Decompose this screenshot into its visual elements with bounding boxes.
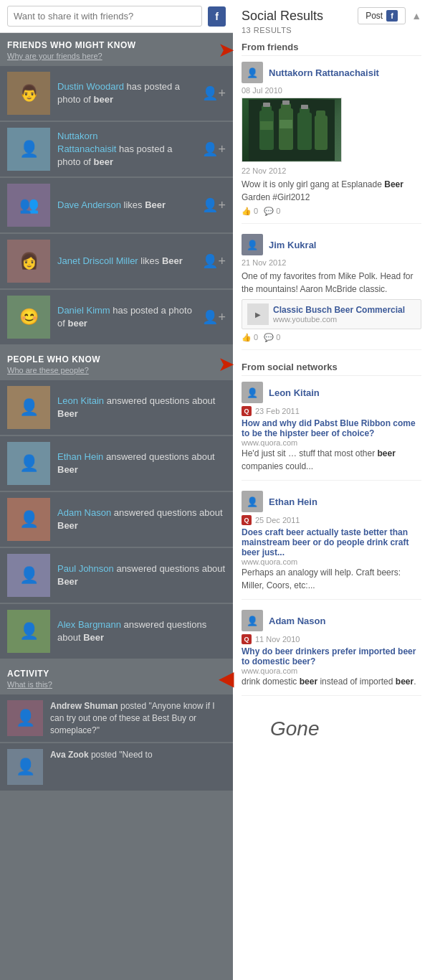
link-url-jim: www.youtube.com [273, 315, 405, 324]
likes-nuttakorn: 👍 0 [242, 207, 258, 216]
name-janet[interactable]: Janet Driscoll Miller [57, 255, 138, 266]
result-name-nuttakorn[interactable]: Nuttakorn Rattanachaisit [269, 67, 379, 78]
result-leon: 👤 Leon Kitain Q 23 Feb 2011 How and why … [242, 382, 421, 481]
result-text-ethan: Perhaps an analogy will help. Craft beer… [242, 566, 421, 592]
quora-icon-adam: Q [242, 634, 252, 644]
result-avatar-jim: 👤 [242, 234, 263, 255]
result-jim: 👤 Jim Kukral 21 Nov 2012 One of my favor… [242, 234, 421, 350]
result-name-ethan[interactable]: Ethan Hein [269, 496, 317, 507]
svg-rect-7 [282, 100, 290, 105]
svg-rect-5 [279, 108, 293, 150]
friend-item-janet: 👩 Janet Driscoll Miller likes Beer 👤+ [0, 234, 233, 288]
result-title-ethan[interactable]: Does craft beer actually taste better th… [242, 527, 421, 557]
collapse-button[interactable]: ▲ [411, 10, 421, 22]
result-avatar-adam: 👤 [242, 610, 263, 631]
avatar-paul: 👤 [7, 554, 50, 597]
person-item-paul: 👤 Paul Johnson answered questions about … [0, 548, 233, 603]
result-name-leon[interactable]: Leon Kitain [269, 387, 320, 398]
svg-rect-3 [263, 103, 270, 107]
search-bar: f [0, 0, 233, 33]
result-text-adam: drink domestic beer instead of imported … [242, 675, 421, 688]
person-item-ethan: 👤 Ethan Hein answered questions about Be… [0, 436, 233, 491]
result-count: 13 RESULTS [242, 26, 421, 34]
activity-text-andrew: Andrew Shuman posted "Anyone know if I c… [50, 700, 226, 736]
friends-sub[interactable]: Why are your friends here? [0, 52, 233, 66]
beer-image [242, 98, 342, 162]
result-text-jim: One of my favorites from Mike Polk. Head… [242, 270, 421, 296]
avatar-adam: 👤 [7, 498, 50, 541]
add-friend-daniel[interactable]: 👤+ [202, 309, 226, 325]
search-input[interactable] [7, 6, 202, 27]
svg-rect-8 [280, 120, 292, 128]
activity-text-ava: Ava Zook posted "Need to [50, 749, 153, 761]
name-adam[interactable]: Adam Nason [57, 507, 111, 518]
name-dave[interactable]: Dave Anderson [57, 199, 121, 210]
result-text-nuttakorn: Wow it is only girl gang at Esplanade Be… [242, 178, 421, 204]
people-arrow: ➤ [218, 352, 234, 376]
friends-arrow: ➤ [218, 38, 234, 62]
result-url-adam: www.quora.com [242, 666, 421, 675]
right-panel: Social Results Post f ▲ 13 RESULTS From … [233, 0, 430, 980]
gone-label: Gone [270, 717, 421, 740]
avatar-ethan: 👤 [7, 442, 50, 485]
person-item-leon: 👤 Leon Kitain answered questions about B… [0, 380, 233, 435]
result-title-leon[interactable]: How and why did Pabst Blue Ribbon come t… [242, 418, 421, 438]
avatar-daniel: 😊 [7, 296, 50, 339]
name-leon[interactable]: Leon Kitain [57, 395, 104, 406]
friends-header: FRIENDS WHO MIGHT KNOW [0, 33, 233, 52]
add-friend-dave[interactable]: 👤+ [202, 197, 226, 213]
name-dustin[interactable]: Dustin Woodard [57, 81, 124, 92]
svg-rect-9 [297, 113, 312, 150]
avatar-dave: 👥 [7, 184, 50, 227]
friend-item-nuttakorn: 👤 NuttakornRattanachaisit has posted a p… [0, 122, 233, 176]
result-avatar-ethan: 👤 [242, 491, 263, 512]
name-paul[interactable]: Paul Johnson [57, 563, 114, 574]
avatar-leon: 👤 [7, 386, 50, 429]
result-name-adam[interactable]: Adam Nason [269, 616, 325, 626]
result-link-jim[interactable]: ▶ Classic Busch Beer Commercial www.yout… [242, 299, 421, 329]
post-button[interactable]: Post f [358, 7, 406, 24]
person-item-adam: 👤 Adam Nason answered questions about Be… [0, 492, 233, 547]
comments-nuttakorn: 💬 0 [264, 207, 280, 216]
name-alex[interactable]: Alex Bargmann [57, 619, 121, 630]
svg-rect-13 [316, 110, 325, 118]
add-friend-nuttakorn[interactable]: 👤+ [202, 141, 226, 157]
result-avatar-nuttakorn: 👤 [242, 62, 263, 83]
add-friend-janet[interactable]: 👤+ [202, 253, 226, 269]
friend-item-dustin: 👨 Dustin Woodard has posted a photo of b… [0, 66, 233, 121]
activity-item-ava: 👤 Ava Zook posted "Need to [0, 743, 233, 791]
name-daniel[interactable]: Daniel Kimm [57, 305, 110, 316]
people-section: PEOPLE WHO KNOW Who are these people? ➤ [0, 347, 233, 380]
likes-jim: 👍 0 [242, 333, 258, 342]
name-nuttakorn[interactable]: NuttakornRattanachaisit [57, 131, 116, 154]
from-social-label: From social networks [242, 362, 421, 376]
avatar-ava: 👤 [7, 749, 43, 785]
quora-icon-ethan: Q [242, 515, 252, 525]
activity-item-andrew: 👤 Andrew Shuman posted "Anyone know if I… [0, 694, 233, 742]
result-title-adam[interactable]: Why do beer drinkers prefer imported bee… [242, 646, 421, 666]
add-friend-dustin[interactable]: 👤+ [202, 85, 226, 101]
link-thumbnail-jim: ▶ [247, 303, 269, 325]
activity-sub[interactable]: What is this? [0, 680, 233, 694]
comments-jim: 💬 0 [264, 333, 280, 342]
result-date-jim: 21 Nov 2012 [242, 258, 421, 267]
quora-icon-leon: Q [242, 406, 252, 416]
avatar-janet: 👩 [7, 240, 50, 283]
result-date-nuttakorn2: 22 Nov 2012 [242, 166, 421, 175]
facebook-share-button[interactable]: f [208, 6, 226, 27]
result-url-ethan: www.quora.com [242, 557, 421, 566]
post-fb-icon: f [386, 10, 398, 22]
result-name-jim[interactable]: Jim Kukral [269, 240, 316, 250]
from-friends-label: From friends [242, 42, 421, 56]
link-title-jim[interactable]: Classic Busch Beer Commercial [273, 305, 405, 315]
activity-section: ACTIVITY What is this? ◀ [0, 661, 233, 694]
result-adam: 👤 Adam Nason Q 11 Nov 2010 Why do beer d… [242, 610, 421, 696]
result-ethan: 👤 Ethan Hein Q 25 Dec 2011 Does craft be… [242, 491, 421, 600]
result-date-leon: 23 Feb 2011 [255, 407, 300, 415]
name-ethan[interactable]: Ethan Hein [57, 451, 103, 462]
people-header: PEOPLE WHO KNOW [0, 347, 233, 366]
svg-rect-1 [259, 110, 274, 150]
friend-item-daniel: 😊 Daniel Kimm has posted a photo of beer… [0, 290, 233, 344]
people-sub[interactable]: Who are these people? [0, 366, 233, 380]
result-url-leon: www.quora.com [242, 438, 421, 447]
